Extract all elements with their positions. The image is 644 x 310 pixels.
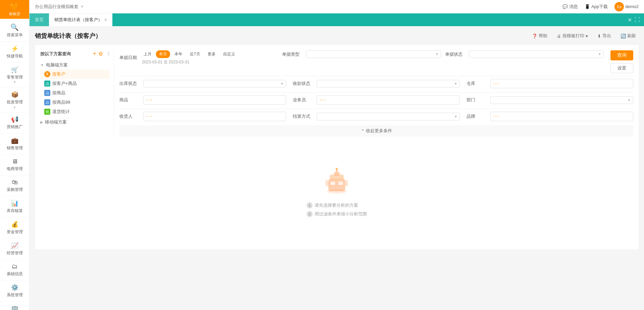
receipt-status-select[interactable]: ▾ [317, 80, 460, 88]
print-label: 按模板打印 [562, 33, 584, 39]
payment-method-label: 结算方式 [293, 113, 311, 119]
sidebar-search-section[interactable]: 🔍 搜索菜单 [0, 19, 29, 42]
page-content: 销货单统计表（按客户） ❓ 帮助 🖨 按模板打印 ▾ ⬇ 导出 🔄 刷新 [30, 26, 644, 310]
doc-type-select[interactable]: ▾ [306, 50, 441, 58]
message-btn[interactable]: 💬 消息 [562, 4, 578, 10]
salesperson-label: 业务员 [293, 97, 311, 103]
app-download-btn[interactable]: 📱 App下载 [585, 4, 608, 10]
date-btn-more[interactable]: 更多 [205, 50, 219, 58]
goods-select[interactable]: ··· [143, 95, 286, 105]
tab-sales-stats[interactable]: 销货单统计表（按客户） × [49, 13, 112, 26]
sidebar-item-ecommerce[interactable]: 🖥 电商管理 [0, 155, 29, 175]
scheme-group-mobile-title[interactable]: ▶ 移动端方案 [40, 118, 110, 126]
scheme-collapse-btn[interactable]: 《 [105, 51, 110, 57]
purchase-label: 采购管理 [7, 187, 23, 193]
scheme-item-refund-stats[interactable]: 统 退货统计 [40, 107, 110, 116]
date-btn-custom[interactable]: 自定义 [220, 50, 238, 58]
sidebar-item-system[interactable]: ⚙️ 系统管理 [0, 280, 29, 302]
sidebar-item-operation[interactable]: 📈 经营管理 [0, 239, 29, 260]
maximize-window-icon[interactable]: ⛶ [635, 17, 640, 23]
settings-btn[interactable]: 设置 [610, 63, 633, 73]
sidebar-item-inventory[interactable]: 📊 库存核算 [0, 196, 29, 217]
help-btn[interactable]: ❓ 帮助 [529, 32, 550, 40]
collapse-label: 收起更多条件 [366, 128, 392, 134]
app-logo: 🧡 标账贷 [0, 0, 30, 19]
mobile-group-arrow: ▶ [40, 120, 43, 124]
department-label: 部门 [467, 97, 485, 103]
doc-type-label: 单据类型 [282, 51, 301, 57]
basic-icon: 🗂 [12, 263, 18, 270]
date-range-display: 2023-03-01 至 2023-03-31 [142, 59, 189, 65]
goods-label: 商品 [119, 97, 138, 103]
home-tab-label: 首页 [35, 17, 44, 23]
scheme-item-by-goods[interactable]: 品 按商品 [40, 88, 110, 98]
sidebar: 🧡 标账贷 🔍 搜索菜单 ⚡ 快捷导航 🛒 零售管理 ▾ 📦 批发管理 ▴ 📢 … [0, 0, 30, 310]
sidebar-item-quick-nav[interactable]: ⚡ 快捷导航 [0, 42, 29, 63]
date-btn-last-7[interactable]: 近7天 [187, 50, 203, 58]
scheme-label-refund: 退货统计 [52, 109, 70, 115]
department-arrow: ▾ [628, 98, 630, 102]
scheme-add-btn[interactable]: + [93, 50, 96, 57]
retail-label: 零售管理 [7, 74, 23, 80]
user-profile[interactable]: Ea demo2 [614, 2, 639, 11]
scheme-group-desktop-title[interactable]: ▼ 电脑端方案 [40, 61, 110, 69]
brand-dots: ··· [493, 113, 500, 119]
collapse-bar[interactable]: ⌃ 收起更多条件 [119, 125, 633, 137]
filter-row-1: 单据日期 上月 本月 本年 近7天 更多 自定义 2023-03-01 至 20… [119, 50, 633, 73]
filter-panel: 单据日期 上月 本月 本年 近7天 更多 自定义 2023-03-01 至 20… [119, 50, 633, 137]
export-btn[interactable]: ⬇ 导出 [595, 32, 614, 40]
tab-home[interactable]: 首页 [30, 13, 49, 26]
scheme-settings-btn[interactable]: ⚙ [98, 51, 103, 57]
refresh-btn[interactable]: 🔄 刷新 [618, 32, 639, 40]
sidebar-item-sales[interactable]: 💼 销售管理 [0, 134, 29, 155]
search-menu-label: 搜索菜单 [7, 32, 23, 38]
sidebar-item-finance[interactable]: 💰 资金管理 [0, 217, 29, 239]
scheme-item-by-customer[interactable]: 客 按客户 [40, 69, 110, 79]
basic-label: 基础信息 [7, 271, 23, 277]
filter-goods: 商品 ··· [119, 95, 286, 105]
payment-method-arrow: ▾ [455, 114, 457, 119]
operation-label: 经营管理 [7, 250, 23, 256]
brand-select[interactable]: ··· [490, 112, 633, 121]
print-btn[interactable]: 🖨 按模板打印 ▾ [554, 32, 591, 40]
payment-method-select[interactable]: ▾ [317, 113, 460, 120]
close-window-icon[interactable]: ✕ [628, 17, 632, 23]
filter-warehouse: 仓库 ··· [467, 79, 633, 88]
svg-point-7 [336, 168, 338, 170]
consignee-label: 收货人 [119, 113, 138, 119]
print-dropdown-arrow[interactable]: ▾ [586, 34, 588, 39]
salesperson-select[interactable]: ··· [317, 95, 460, 105]
sidebar-item-purchase[interactable]: 🛍 采购管理 [0, 175, 29, 196]
date-btn-this-month[interactable]: 本月 [156, 50, 170, 58]
sidebar-item-basic[interactable]: 🗂 基础信息 [0, 260, 29, 280]
retail-arrow: ▾ [14, 80, 15, 84]
date-btn-this-year[interactable]: 本年 [171, 50, 185, 58]
page-header: 销货单统计表（按客户） ❓ 帮助 🖨 按模板打印 ▾ ⬇ 导出 🔄 刷新 [35, 32, 639, 40]
sidebar-item-enterprise[interactable]: 🏢 企业协同 [0, 302, 29, 310]
app-download-label: App下载 [591, 4, 608, 10]
scheme-group-mobile: ▶ 移动端方案 [40, 118, 110, 126]
sidebar-item-marketing[interactable]: 📢 营销推广 [0, 112, 29, 134]
tab-close-btn[interactable]: × [104, 17, 107, 22]
scheme-item-by-goods-99[interactable]: 品 按商品99 [40, 98, 110, 107]
page-actions: ❓ 帮助 🖨 按模板打印 ▾ ⬇ 导出 🔄 刷新 [529, 32, 639, 40]
page-title: 销货单统计表（按客户） [35, 32, 101, 40]
industry-dropdown-arrow[interactable]: ▾ [81, 4, 83, 9]
out-status-select[interactable]: ▾ [143, 80, 286, 88]
empty-illustration [320, 163, 354, 197]
marketing-icon: 📢 [11, 116, 18, 123]
export-icon: ⬇ [597, 34, 601, 39]
sidebar-item-wholesale[interactable]: 📦 批发管理 ▴ [0, 88, 29, 112]
wholesale-arrow: ▴ [14, 105, 15, 109]
warehouse-select[interactable]: ··· [490, 79, 633, 88]
department-select[interactable]: ▾ [490, 96, 633, 104]
doc-status-select[interactable]: ▾ [469, 50, 604, 58]
finance-label: 资金管理 [7, 229, 23, 235]
date-btn-last-month[interactable]: 上月 [141, 50, 155, 58]
query-btn[interactable]: 查询 [610, 50, 633, 60]
sidebar-item-retail[interactable]: 🛒 零售管理 ▾ [0, 63, 29, 88]
scheme-panel-title: 按以下方案查询 [40, 51, 71, 57]
consignee-select[interactable]: ··· [143, 112, 286, 121]
scheme-item-by-customer-goods[interactable]: 品 按客户+商品 [40, 79, 110, 88]
wholesale-label: 批发管理 [7, 99, 23, 105]
